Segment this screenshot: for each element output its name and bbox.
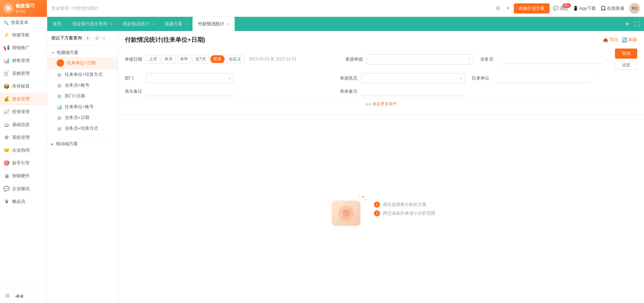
filter-dept-select[interactable]: ▾ bbox=[146, 73, 234, 83]
tab-receipt-close[interactable]: × bbox=[152, 22, 154, 26]
online-service-button[interactable]: 🎧 在线客服 bbox=[601, 5, 624, 11]
filter-date-custom[interactable]: 自定义 bbox=[226, 55, 244, 63]
scheme-item-dept-date[interactable]: ▦ 部门+日期 bbox=[47, 91, 118, 101]
filter-date-this-month[interactable]: 本月 bbox=[162, 55, 176, 63]
sidebar-item-operations[interactable]: 📈 经营管理 bbox=[0, 105, 47, 118]
scheme-settings-icon[interactable]: ⚙ bbox=[93, 34, 101, 42]
sidebar-item-label: 企业微信 bbox=[12, 186, 30, 192]
topbar: 资金管理 / 付款情况统计 ⚙ ▼ 体验行业方案 💬 消息 99+ 📱 App下… bbox=[47, 0, 644, 17]
filter-company-input[interactable] bbox=[493, 73, 591, 83]
sidebar-item-system[interactable]: ⚙ 系统管理 bbox=[0, 131, 47, 144]
settings-bottom-icon[interactable]: ⚙ bbox=[3, 292, 11, 300]
sidebar-item-label: 经营管理 bbox=[12, 109, 30, 115]
filter-source-select[interactable]: ▾ bbox=[367, 54, 473, 64]
sidebar-item-purchase[interactable]: 🛒 采购管理 bbox=[0, 67, 47, 80]
main-area: 资金管理 / 付款情况统计 ⚙ ▼ 体验行业方案 💬 消息 99+ 📱 App下… bbox=[47, 0, 644, 303]
sidebar-nav: ⚡ 快捷导航 📢 营销推广 📊 销售管理 🛒 采购管理 📦 库存核算 💰 资金管… bbox=[0, 29, 47, 288]
filter-status-select[interactable]: ▾ bbox=[361, 73, 465, 83]
scheme-item-icon: ▦ bbox=[57, 126, 62, 131]
sidebar-item-member[interactable]: ♛ 畅会员 bbox=[0, 195, 47, 208]
scheme-desktop-section: ▼ 电脑端方案 往来单位+日期 ▦ 往来单位+结算方式 ▦ 业务员+账号 ▦ bbox=[47, 46, 118, 137]
trial-button[interactable]: 体验行业方案 bbox=[514, 3, 550, 13]
scheme-mobile-toggle[interactable]: ▶ 移动端方案 bbox=[47, 140, 118, 148]
user-avatar[interactable]: Rit bbox=[629, 3, 640, 14]
empty-tip-text-2: 用过滤条件来缩小分析范围 bbox=[383, 210, 435, 216]
tab-new-label: 新建方案 bbox=[165, 21, 182, 27]
empty-tip-text-1: 请先选择要分析的方案 bbox=[383, 202, 427, 208]
filter-header-note-input[interactable] bbox=[146, 87, 234, 96]
filter-date-last-month[interactable]: 上月 bbox=[146, 55, 160, 63]
tab-home[interactable]: 首页 bbox=[47, 17, 67, 31]
sidebar-item-quick-nav[interactable]: ⚡ 快捷导航 bbox=[0, 29, 47, 41]
scheme-item-salesman-settlement[interactable]: ▦ 业务员+结算方式 bbox=[47, 123, 118, 134]
filter-area: 付款情况统计(往来单位+日期) 📤 导出 🔄 刷新 bbox=[118, 31, 644, 115]
filter-salesman-dots[interactable]: ··· bbox=[605, 57, 608, 62]
guide-icon: 🎯 bbox=[3, 160, 9, 166]
hardware-icon: 🖥 bbox=[3, 173, 9, 179]
sidebar-item-label: 销售管理 bbox=[12, 58, 30, 64]
service-icon: 🎧 bbox=[601, 6, 606, 11]
scheme-desktop-toggle[interactable]: ▼ 电脑端方案 bbox=[47, 48, 118, 57]
query-button[interactable]: 查询 bbox=[615, 49, 637, 59]
sidebar-item-wechat[interactable]: 💬 企业微信 bbox=[0, 182, 47, 195]
scheme-collapse-icon[interactable]: « bbox=[103, 35, 106, 41]
sidebar-item-fund[interactable]: 💰 资金管理 bbox=[0, 93, 47, 105]
sidebar-item-hardware[interactable]: 🖥 智能硬件 bbox=[0, 170, 47, 182]
topbar-dropdown-icon[interactable]: ▼ bbox=[506, 6, 510, 11]
scheme-item-company-settlement[interactable]: ▦ 往来单位+结算方式 bbox=[47, 69, 118, 80]
fund-icon: 💰 bbox=[3, 96, 9, 102]
scheme-item-company-account[interactable]: 📊 往来单位+账号 bbox=[47, 101, 118, 112]
collapse-more-bar[interactable]: ∧∧ 收起更多条件 bbox=[125, 98, 637, 110]
tab-receipt[interactable]: 收款情况统计 × bbox=[117, 17, 159, 31]
sidebar-item-label: 快捷导航 bbox=[12, 32, 30, 38]
scheme-item-label: 业务员+结算方式 bbox=[65, 125, 98, 131]
tab-payment-close[interactable]: × bbox=[227, 22, 229, 26]
sidebar-item-enterprise[interactable]: 🤝 企业协同 bbox=[0, 144, 47, 157]
tab-bank[interactable]: 现金银行流水查询 × bbox=[67, 17, 117, 31]
logo-icon: 畅 bbox=[3, 3, 13, 13]
scheme-item-company-date[interactable]: 往来单位+日期 bbox=[47, 57, 118, 69]
settings-button[interactable]: 设置 bbox=[615, 61, 637, 70]
sidebar-item-basic[interactable]: 🗂 基础信息 bbox=[0, 118, 47, 131]
filter-company-item: 往来单位 ··· bbox=[472, 73, 597, 83]
scheme-desktop-label: 电脑端方案 bbox=[57, 50, 79, 56]
scheme-item-label: 往来单位+日期 bbox=[67, 60, 96, 66]
sidebar-item-label: 营销推广 bbox=[12, 45, 30, 51]
sidebar-item-label: 智能硬件 bbox=[12, 173, 30, 179]
filter-company-dots[interactable]: ··· bbox=[593, 76, 597, 81]
sidebar-item-marketing[interactable]: 📢 营销推广 bbox=[0, 41, 47, 54]
sidebar-item-sales[interactable]: 📊 销售管理 bbox=[0, 54, 47, 67]
app-download-button[interactable]: 📱 App下载 bbox=[573, 5, 596, 11]
tab-bank-close[interactable]: × bbox=[110, 22, 112, 26]
sidebar-item-guide[interactable]: 🎯 新手引导 bbox=[0, 157, 47, 170]
filter-body-note-label: 表体备注 bbox=[340, 88, 358, 94]
settings-icon[interactable]: ⚙ bbox=[493, 4, 503, 13]
scheme-item-salesman-date[interactable]: ▦ 业务员+日期 bbox=[47, 112, 118, 123]
filter-date-this-year[interactable]: 本年 bbox=[177, 55, 191, 63]
message-badge: 99+ bbox=[562, 3, 571, 8]
filter-date-more[interactable]: 更多 bbox=[210, 55, 225, 63]
search-menu[interactable]: 🔍 搜索菜单 bbox=[0, 17, 47, 29]
sidebar-item-label: 库存核算 bbox=[12, 83, 30, 89]
filter-date-7days[interactable]: 近7天 bbox=[193, 55, 209, 63]
tab-close-all-icon[interactable]: ✕ bbox=[623, 20, 631, 28]
refresh-button[interactable]: 🔄 刷新 bbox=[622, 37, 637, 43]
export-button[interactable]: 📤 导出 bbox=[603, 37, 618, 43]
member-icon: ♛ bbox=[3, 199, 9, 205]
scheme-item-salesman-account[interactable]: ▦ 业务员+账号 bbox=[47, 80, 118, 91]
filter-title-actions: 📤 导出 🔄 刷新 bbox=[603, 37, 637, 43]
wechat-icon: 💬 bbox=[3, 186, 9, 192]
collapse-sidebar-icon[interactable]: ◀◀ bbox=[15, 292, 23, 300]
app-icon: 📱 bbox=[573, 6, 578, 11]
sidebar-item-inventory[interactable]: 📦 库存核算 bbox=[0, 80, 47, 93]
tab-new[interactable]: 新建方案 × bbox=[159, 17, 193, 31]
message-button[interactable]: 💬 消息 99+ bbox=[553, 5, 568, 11]
tab-fullscreen-icon[interactable]: ⛶ bbox=[633, 20, 641, 28]
filter-dept-label: 部门 bbox=[125, 75, 143, 81]
scheme-add-icon[interactable]: + bbox=[84, 34, 91, 42]
filter-body-note-input[interactable] bbox=[361, 87, 465, 96]
tab-payment[interactable]: 付款情况统计 × bbox=[193, 17, 234, 31]
scheme-desktop-arrow: ▼ bbox=[51, 51, 55, 55]
tab-new-close[interactable]: × bbox=[185, 22, 187, 26]
filter-salesman-input[interactable] bbox=[501, 55, 602, 64]
